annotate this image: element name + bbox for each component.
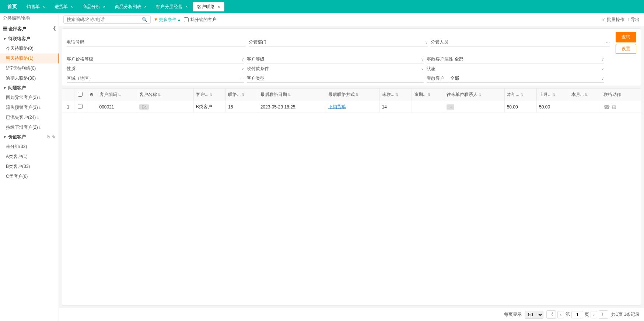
nav-sales-order[interactable]: 销售单 × <box>22 2 49 11</box>
sidebar-item-abnormal-repurchase[interactable]: 回购异常客户(2) ℹ <box>0 93 59 103</box>
filter-value-retail-attr[interactable]: 全部 <box>455 56 600 62</box>
sidebar-all-customers[interactable]: ☰ 全部客户 《 <box>0 23 59 34</box>
first-page-btn[interactable]: 《 <box>546 310 556 319</box>
prev-page-btn[interactable]: ‹ <box>557 311 564 318</box>
sidebar-group-pending[interactable]: ▼ 待联络客户 <box>0 34 59 44</box>
th-code[interactable]: 客户编码⇅ <box>97 89 137 101</box>
nav-close-icon[interactable]: × <box>144 5 147 9</box>
last-page-btn[interactable]: 》 <box>599 310 608 319</box>
nav-product-analysis[interactable]: 商品分析 × <box>78 2 110 11</box>
sidebar-item-class-a[interactable]: A类客户(1) <box>0 152 59 162</box>
nav-close-icon[interactable]: × <box>43 5 45 9</box>
filter-row-1: 电话号码 分管部门 ∨ 分管人员 ··· 查询 设置 <box>67 32 636 54</box>
sidebar-item-7days[interactable]: 近7天待联络(0) <box>0 63 59 73</box>
td-last-date: 2023-05-23 18:25: <box>258 101 326 113</box>
th-this-year[interactable]: 本年...⇅ <box>504 89 536 101</box>
th-this-month[interactable]: 本月...⇅ <box>569 89 601 101</box>
nav-close-icon[interactable]: × <box>71 5 73 9</box>
page-unit: 页 <box>585 311 589 318</box>
nav-product-analysis-list[interactable]: 商品分析列表 × <box>111 2 151 11</box>
next-page-btn[interactable]: › <box>591 311 597 318</box>
filter-panel: 电话号码 分管部门 ∨ 分管人员 ··· 查询 设置 <box>62 28 641 86</box>
collapse-icon[interactable]: 《 <box>50 25 56 32</box>
per-page-select[interactable]: 50 100 200 <box>525 311 543 319</box>
td-last-month: 50.00 <box>537 101 569 113</box>
th-not-contacted[interactable]: 未联...⇅ <box>379 89 412 101</box>
table-row: 1 000021 Ea B类客户 15 2023-05-23 18:25: 下销… <box>62 101 641 113</box>
sidebar-search-input[interactable] <box>3 15 58 21</box>
td-settings <box>86 101 97 113</box>
filter-retail-attr: 零散客户属性 全部 ∨ <box>427 56 604 63</box>
sidebar-item-class-c[interactable]: C类客户(6) <box>0 172 59 182</box>
grid-icon[interactable]: ⊞ <box>612 104 616 110</box>
sidebar-item-today[interactable]: 今天待联络(0) <box>0 44 59 54</box>
export-btn[interactable]: ↑ 导出 <box>627 17 640 23</box>
th-type[interactable]: 客户...⇅ <box>193 89 225 101</box>
filter-region: 区域（地区） ··· <box>67 75 244 83</box>
refresh-icon[interactable]: ↻ <box>47 135 50 140</box>
action-buttons: 查询 设置 <box>616 32 636 54</box>
content-area: 🔍 ▼ 更多条件 ▲ 我分管的客户 ☑ 批量操作 ↑ 导出 <box>59 13 644 321</box>
nav-customer-stratification[interactable]: 客户分层经营 × <box>151 2 192 11</box>
th-action: 联络动作 <box>601 89 641 101</box>
sidebar-group-problem[interactable]: ▼ 问题客户 <box>0 83 59 93</box>
chevron-down-icon: ∨ <box>601 67 604 71</box>
select-all-checkbox[interactable] <box>78 92 83 97</box>
filter-customer-type: 客户类型 <box>247 75 424 83</box>
sidebar-group-value[interactable]: ▼ 价值客户 ↻ ✎ <box>0 132 59 142</box>
main-layout: 🔍 ☰ 全部客户 《 ▼ 待联络客户 今天待联络(0) 明天待联络(1) 近7天… <box>0 13 644 321</box>
nav-close-icon[interactable]: × <box>103 5 105 9</box>
th-contact[interactable]: 联络...⇅ <box>226 89 258 101</box>
query-button[interactable]: 查询 <box>616 32 636 42</box>
td-this-year: 50.00 <box>504 101 536 113</box>
sort-icon: ⇅ <box>356 93 358 97</box>
page-input[interactable] <box>571 311 583 318</box>
th-checkbox[interactable] <box>74 89 86 101</box>
sidebar: 🔍 ☰ 全部客户 《 ▼ 待联络客户 今天待联络(0) 明天待联络(1) 近7天… <box>0 13 59 321</box>
filter-value-retail-customer[interactable]: 全部 <box>450 75 600 82</box>
batch-icon: ☑ <box>602 17 606 22</box>
sidebar-item-tomorrow[interactable]: 明天待联络(1) <box>0 54 59 63</box>
my-customers-check[interactable] <box>184 17 189 22</box>
th-last-date[interactable]: 最后联络日期⇅ <box>258 89 326 101</box>
th-overdue[interactable]: 逾期...⇅ <box>412 89 444 101</box>
th-last-month[interactable]: 上月...⇅ <box>537 89 569 101</box>
sidebar-item-class-b[interactable]: B类客户(33) <box>0 162 59 172</box>
th-unit-contact[interactable]: 往来单位联系人⇅ <box>444 89 504 101</box>
th-settings[interactable]: ⚙ <box>86 89 97 101</box>
filter-row-2: 客户价格等级 ∨ 客户等级 ∨ 零散客户属性 全部 ∨ <box>67 56 636 63</box>
nav-close-icon[interactable]: × <box>185 5 188 9</box>
set-button[interactable]: 设置 <box>616 44 636 54</box>
sidebar-item-ungrouped[interactable]: 未分组(32) <box>0 142 59 152</box>
batch-operation-btn[interactable]: ☑ 批量操作 <box>602 17 624 23</box>
more-icon[interactable]: ··· <box>240 76 244 81</box>
sidebar-item-declining[interactable]: 持续下滑客户(2) ℹ <box>0 122 59 132</box>
th-last-method[interactable]: 最后联络方式⇅ <box>326 89 379 101</box>
sidebar-item-churned[interactable]: 已流失客户(24) ℹ <box>0 113 59 122</box>
sidebar-item-churn-warning[interactable]: 流失预警客户(3) ℹ <box>0 103 59 113</box>
nav-home[interactable]: 首页 <box>3 2 21 11</box>
chevron-down-icon: ∨ <box>421 67 424 71</box>
nav-customer-contact[interactable]: 客户联络 × <box>193 2 224 11</box>
sidebar-item-overdue[interactable]: 逾期未联络(30) <box>0 73 59 83</box>
th-name[interactable]: 客户名称⇅ <box>137 89 193 101</box>
td-checkbox[interactable] <box>74 101 86 113</box>
more-icon[interactable]: ··· <box>606 40 610 45</box>
more-conditions-btn[interactable]: ▼ 更多条件 ▲ <box>154 17 181 23</box>
edit-icon[interactable]: ✎ <box>52 135 56 140</box>
row-checkbox[interactable] <box>78 104 83 109</box>
sort-icon: ⇅ <box>585 93 588 97</box>
search-input[interactable] <box>67 17 140 22</box>
phone-icon[interactable]: ☎ <box>603 104 610 110</box>
filter-payment: 收付款条件 ∨ <box>247 66 424 73</box>
search-icon[interactable]: 🔍 <box>142 17 147 22</box>
nav-purchase-order[interactable]: 进货单 × <box>50 2 77 11</box>
my-customers-checkbox[interactable]: 我分管的客户 <box>184 17 217 23</box>
last-method-link[interactable]: 下销货单 <box>328 104 346 109</box>
td-type: B类客户 <box>193 101 225 113</box>
nav-close-icon[interactable]: × <box>218 5 220 9</box>
settings-icon[interactable]: ⚙ <box>90 92 94 97</box>
filter-label-nature: 性质 <box>67 66 89 72</box>
td-last-method[interactable]: 下销货单 <box>326 101 379 113</box>
page-label: 第 <box>566 311 570 318</box>
